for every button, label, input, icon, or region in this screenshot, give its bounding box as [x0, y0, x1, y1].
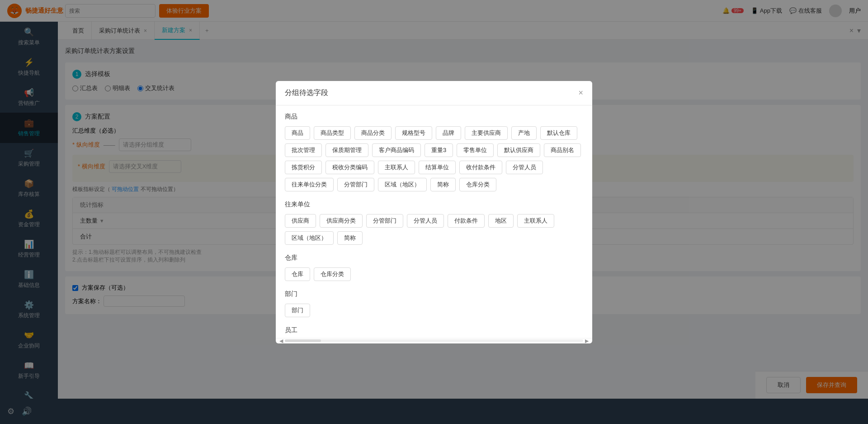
field-item[interactable]: 分管部门	[337, 178, 374, 191]
field-group-partner: 往来单位 供应商 供应商分类 分管部门 分管人员 付款条件 地区 主联系人 区域…	[285, 200, 583, 245]
field-item[interactable]: 简称	[337, 231, 363, 245]
field-item[interactable]: 商品分类	[354, 126, 392, 140]
field-item[interactable]: 主联系人	[378, 161, 415, 174]
field-item[interactable]: 付款条件	[448, 214, 485, 228]
field-item[interactable]: 规格型号	[395, 126, 432, 140]
modal-title: 分组待选字段	[285, 88, 328, 98]
field-item[interactable]: 供应商	[285, 214, 316, 228]
field-item[interactable]: 地区	[488, 214, 514, 228]
field-group-warehouse: 仓库 仓库 仓库分类	[285, 254, 583, 281]
hscroll-thumb[interactable]	[285, 339, 321, 342]
field-items-partner: 供应商 供应商分类 分管部门 分管人员 付款条件 地区 主联系人 区域（地区） …	[285, 214, 583, 245]
modal-header: 分组待选字段 ×	[276, 81, 592, 105]
field-group-dept: 部门 部门	[285, 290, 583, 317]
field-item[interactable]: 主联系人	[517, 214, 554, 228]
field-item[interactable]: 仓库分类	[459, 178, 496, 191]
field-group-staff-title: 员工	[285, 326, 583, 334]
field-item[interactable]: 主要供应商	[465, 126, 508, 140]
field-group-product: 商品 商品 商品类型 商品分类 规格型号 品牌 主要供应商 产地 默认仓库 批次…	[285, 113, 583, 191]
modal-body[interactable]: 商品 商品 商品类型 商品分类 规格型号 品牌 主要供应商 产地 默认仓库 批次…	[276, 105, 592, 338]
field-item[interactable]: 品牌	[436, 126, 461, 140]
field-item[interactable]: 保质期管理	[326, 143, 368, 157]
field-item[interactable]: 税收分类编码	[326, 161, 374, 174]
hscroll-track[interactable]	[285, 339, 583, 342]
field-item[interactable]: 默认仓库	[540, 126, 577, 140]
field-item[interactable]: 区域（地区）	[285, 231, 334, 245]
field-item[interactable]: 默认供应商	[497, 143, 540, 157]
field-item[interactable]: 供应商分类	[320, 214, 363, 228]
field-group-warehouse-title: 仓库	[285, 254, 583, 262]
field-item[interactable]: 商品	[285, 126, 310, 140]
field-group-dept-title: 部门	[285, 290, 583, 298]
field-items-dept: 部门	[285, 304, 583, 317]
field-item[interactable]: 分管人员	[407, 214, 444, 228]
field-group-staff: 员工 业务员	[285, 326, 583, 338]
modal-hscroll[interactable]: ◀ ▶	[276, 338, 592, 343]
field-item[interactable]: 批次管理	[285, 143, 322, 157]
modal-overlay: 分组待选字段 × 商品 商品 商品类型 商品分类 规格型号 品牌 主要供应商 产…	[0, 0, 868, 424]
field-item[interactable]: 分管人员	[506, 161, 543, 174]
field-item[interactable]: 商品别名	[544, 143, 581, 157]
field-group-product-title: 商品	[285, 113, 583, 121]
field-item[interactable]: 拣货积分	[285, 161, 322, 174]
field-item[interactable]: 产地	[511, 126, 537, 140]
modal-dialog: 分组待选字段 × 商品 商品 商品类型 商品分类 规格型号 品牌 主要供应商 产…	[276, 81, 592, 343]
field-item[interactable]: 区域（地区）	[378, 178, 427, 191]
field-item[interactable]: 重量3	[425, 143, 453, 157]
modal-close-btn[interactable]: ×	[578, 88, 583, 98]
field-items-warehouse: 仓库 仓库分类	[285, 267, 583, 281]
field-item[interactable]: 仓库	[285, 267, 310, 281]
field-item[interactable]: 商品类型	[314, 126, 351, 140]
field-item[interactable]: 结算单位	[419, 161, 456, 174]
field-item[interactable]: 往来单位分类	[285, 178, 334, 191]
field-item[interactable]: 客户商品编码	[372, 143, 421, 157]
field-item[interactable]: 分管部门	[366, 214, 403, 228]
field-item[interactable]: 仓库分类	[314, 267, 351, 281]
field-item[interactable]: 简称	[430, 178, 456, 191]
field-item[interactable]: 零售单位	[457, 143, 494, 157]
field-items-product: 商品 商品类型 商品分类 规格型号 品牌 主要供应商 产地 默认仓库 批次管理 …	[285, 126, 583, 191]
field-group-partner-title: 往来单位	[285, 200, 583, 209]
field-item[interactable]: 部门	[285, 304, 310, 317]
field-item[interactable]: 收付款条件	[459, 161, 502, 174]
